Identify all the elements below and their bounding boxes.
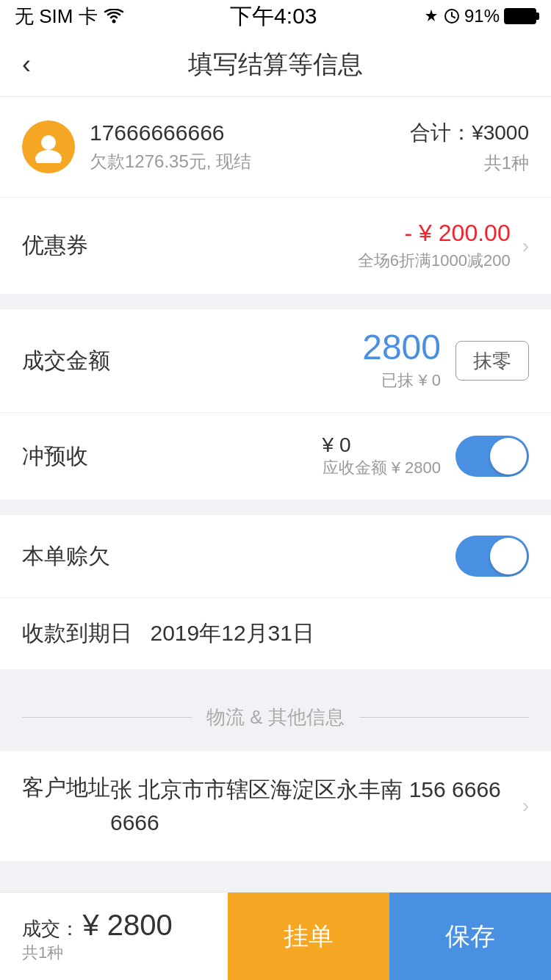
coupon-info: - ¥ 200.00 全场6折满1000减200 bbox=[358, 220, 511, 272]
bottom-deal-amount: ¥ 2800 bbox=[82, 909, 172, 941]
address-label: 客户地址 bbox=[22, 773, 110, 803]
nav-bar: ‹ 填写结算等信息 bbox=[0, 32, 551, 97]
avatar bbox=[22, 120, 75, 173]
amount-info: 2800 已抹 ¥ 0 bbox=[362, 330, 441, 392]
debt-section: 本单赊欠 收款到期日 2019年12月31日 bbox=[0, 515, 551, 669]
customer-left: 17666666666 欠款1276.35元, 现结 bbox=[22, 120, 251, 173]
customer-total: 合计：¥3000 bbox=[410, 119, 529, 147]
amount-right: 2800 已抹 ¥ 0 抹零 bbox=[362, 330, 529, 392]
content: 17666666666 欠款1276.35元, 现结 合计：¥3000 共1种 … bbox=[0, 97, 551, 980]
round-button[interactable]: 抹零 bbox=[455, 341, 529, 381]
clock-icon bbox=[444, 8, 460, 24]
customer-info: 17666666666 欠款1276.35元, 现结 bbox=[90, 120, 251, 173]
coupon-row[interactable]: 优惠券 - ¥ 200.00 全场6折满1000减200 › bbox=[0, 198, 551, 295]
status-bar: 无 SIM 卡 下午4:03 91% bbox=[0, 0, 551, 32]
coupon-chevron-icon: › bbox=[522, 234, 529, 258]
battery-icon bbox=[504, 8, 536, 24]
section-divider bbox=[0, 669, 551, 684]
amount-label: 成交金额 bbox=[22, 346, 110, 376]
due-date-label: 收款到期日 bbox=[22, 621, 132, 645]
avatar-icon bbox=[32, 131, 65, 163]
prepay-right: ¥ 0 应收金额 ¥ 2800 bbox=[323, 433, 529, 479]
prepay-info: ¥ 0 应收金额 ¥ 2800 bbox=[323, 433, 441, 479]
logistics-line-left bbox=[22, 717, 192, 718]
svg-point-0 bbox=[112, 20, 115, 24]
prepay-toggle-knob bbox=[490, 438, 527, 475]
debt-label: 本单赊欠 bbox=[22, 541, 110, 572]
address-chevron-icon: › bbox=[522, 794, 529, 818]
logistics-line-right bbox=[359, 717, 529, 718]
deal-amount-sub: 已抹 ¥ 0 bbox=[362, 370, 441, 392]
due-date-value: 2019年12月31日 bbox=[150, 621, 314, 645]
bottom-bar: 成交： ¥ 2800 共1种 挂单 保存 bbox=[0, 892, 551, 980]
coupon-right: - ¥ 200.00 全场6折满1000减200 › bbox=[358, 220, 529, 272]
coupon-label: 优惠券 bbox=[22, 231, 88, 261]
coupon-desc: 全场6折满1000减200 bbox=[358, 250, 511, 272]
bottom-summary: 成交： ¥ 2800 共1种 bbox=[0, 909, 228, 964]
logistics-label: 物流 & 其他信息 bbox=[192, 705, 359, 730]
address-row[interactable]: 客户地址 张 北京市市辖区海淀区永丰南 156 6666 6666 › bbox=[0, 751, 551, 861]
debt-row: 本单赊欠 bbox=[0, 515, 551, 597]
coupon-amount: - ¥ 200.00 bbox=[358, 220, 511, 247]
customer-right: 合计：¥3000 共1种 bbox=[410, 119, 529, 175]
logistics-divider: 物流 & 其他信息 bbox=[0, 684, 551, 751]
location-icon bbox=[423, 8, 439, 24]
total-label: 合计： bbox=[410, 121, 472, 144]
prepay-toggle[interactable] bbox=[455, 436, 529, 477]
svg-point-3 bbox=[35, 150, 62, 163]
customer-count: 共1种 bbox=[410, 151, 529, 175]
save-button[interactable]: 保存 bbox=[389, 893, 551, 981]
status-time: 下午4:03 bbox=[230, 1, 317, 32]
customer-phone: 17666666666 bbox=[90, 120, 251, 145]
debt-toggle-knob bbox=[490, 538, 527, 574]
status-left: 无 SIM 卡 bbox=[15, 4, 124, 29]
amount-row: 成交金额 2800 已抹 ¥ 0 抹零 bbox=[0, 309, 551, 413]
deal-amount-value: 2800 bbox=[362, 330, 441, 365]
wifi-icon bbox=[104, 9, 124, 24]
separator-2 bbox=[0, 500, 551, 515]
back-button[interactable]: ‹ bbox=[22, 49, 31, 80]
svg-point-2 bbox=[41, 135, 56, 150]
customer-card: 17666666666 欠款1276.35元, 现结 合计：¥3000 共1种 bbox=[0, 97, 551, 198]
due-date-section: 收款到期日 2019年12月31日 bbox=[0, 597, 551, 669]
bottom-deal-count: 共1种 bbox=[22, 942, 206, 964]
separator-1 bbox=[0, 295, 551, 309]
customer-sub: 欠款1276.35元, 现结 bbox=[90, 150, 251, 173]
prepay-label: 冲预收 bbox=[22, 442, 88, 472]
prepay-amount: ¥ 0 bbox=[323, 433, 441, 457]
total-value: ¥3000 bbox=[472, 121, 529, 144]
status-right: 91% bbox=[423, 6, 536, 26]
deal-section: 成交金额 2800 已抹 ¥ 0 抹零 冲预收 ¥ 0 应收金额 ¥ 2800 bbox=[0, 309, 551, 500]
battery-percent: 91% bbox=[464, 6, 500, 26]
deal-label: 成交： bbox=[22, 918, 79, 940]
debt-toggle[interactable] bbox=[455, 536, 529, 577]
bottom-deal-row: 成交： ¥ 2800 bbox=[22, 909, 206, 942]
page-title: 填写结算等信息 bbox=[188, 48, 363, 82]
prepay-sub: 应收金额 ¥ 2800 bbox=[323, 457, 441, 479]
prepay-row: 冲预收 ¥ 0 应收金额 ¥ 2800 bbox=[0, 413, 551, 500]
hold-button[interactable]: 挂单 bbox=[228, 893, 389, 981]
address-value: 张 北京市市辖区海淀区永丰南 156 6666 6666 bbox=[110, 773, 515, 839]
signal-text: 无 SIM 卡 bbox=[15, 4, 98, 29]
